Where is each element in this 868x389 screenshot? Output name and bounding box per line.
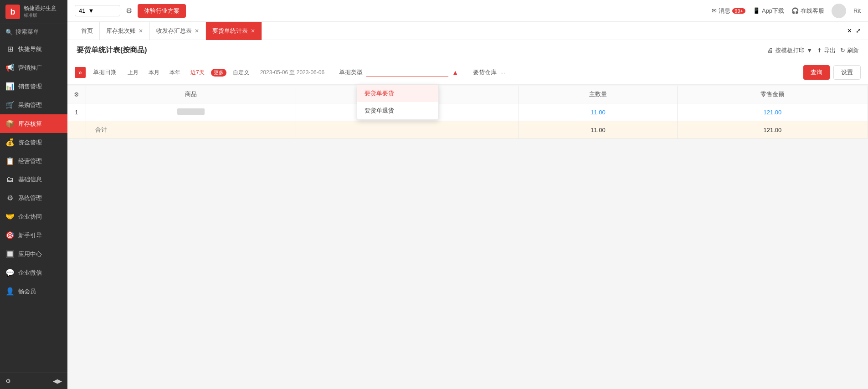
sidebar-item-label: 企业协同	[18, 213, 42, 221]
query-btn[interactable]: 查询	[803, 65, 830, 80]
col-quantity: 主数量	[519, 86, 678, 103]
type-dropdown: 要货单要货 要货单退货	[357, 84, 439, 120]
top-header: 41 ▼ ⚙ 体验行业方案 ✉ 消息 99+ 📱 App下载 🎧 在线客服 Ri…	[67, 0, 868, 22]
header-gear-icon[interactable]: ⚙	[126, 6, 132, 15]
row-num: 1	[67, 103, 86, 121]
total-label: 合计	[86, 121, 296, 139]
sidebar-item-app-center[interactable]: 🔲 应用中心	[0, 245, 67, 263]
tab-home[interactable]: 首页	[75, 22, 100, 40]
sidebar-item-label: 资金管理	[18, 138, 42, 147]
print-btn[interactable]: 🖨 按模板打印 ▼	[767, 46, 812, 55]
type-filter-group: 单据类型 ▲	[339, 68, 458, 77]
row-amount[interactable]: 121.00	[677, 103, 868, 121]
sidebar-item-quick-nav[interactable]: ⊞ 快捷导航	[0, 40, 67, 58]
filter-row: » 单据日期 上月 本月 本年 近7天 更多 自定义 2023-05-06 至 …	[67, 61, 868, 85]
user-name: Rit	[853, 7, 861, 14]
curr-year-btn[interactable]: 本年	[166, 68, 184, 77]
row-quantity[interactable]: 11.00	[519, 103, 678, 121]
tab-inventory-batch-close[interactable]: ✕	[139, 28, 143, 34]
app-icon: 📱	[753, 7, 760, 14]
tab-inventory-batch-label: 库存批次账	[106, 27, 136, 35]
tab-receivable-close[interactable]: ✕	[195, 28, 199, 34]
tab-inventory-batch[interactable]: 库存批次账 ✕	[100, 22, 150, 40]
tab-receivable-summary[interactable]: 收发存汇总表 ✕	[150, 22, 206, 40]
custom-date-btn[interactable]: 自定义	[229, 68, 253, 77]
refresh-label: 刷新	[847, 46, 859, 55]
sidebar-bottom: ⚙ ◀▶	[0, 373, 67, 389]
filter-buttons: 查询 设置	[803, 65, 861, 80]
app-download-btn[interactable]: 📱 App下载	[753, 7, 784, 15]
print-chevron-icon: ▼	[806, 47, 812, 54]
tabs-controls: ✕ ⤢	[847, 27, 861, 34]
trial-btn[interactable]: 体验行业方案	[138, 4, 186, 18]
sidebar-item-label: 营销推广	[18, 64, 42, 72]
sidebar-item-purchase[interactable]: 🛒 采购管理	[0, 96, 67, 114]
settings-bottom-icon[interactable]: ⚙	[5, 378, 11, 384]
print-icon: 🖨	[767, 47, 773, 54]
tab-requisition-stat[interactable]: 要货单统计表 ✕	[206, 22, 262, 40]
message-btn[interactable]: ✉ 消息 99+	[712, 7, 745, 15]
total-empty-2	[296, 121, 519, 139]
sales-icon: 📊	[5, 82, 15, 91]
date-filter-label: 单据日期	[93, 68, 117, 77]
sidebar-item-label: 经营管理	[18, 157, 42, 165]
sidebar-item-inventory[interactable]: 📦 库存核算	[0, 114, 67, 133]
total-empty-1	[67, 121, 86, 139]
more-date-badge[interactable]: 更多	[211, 69, 226, 77]
sidebar-item-system[interactable]: ⚙ 系统管理	[0, 189, 67, 207]
sidebar-item-operation[interactable]: 📋 经营管理	[0, 152, 67, 170]
sidebar-item-member[interactable]: 👤 畅会员	[0, 282, 67, 301]
filter-expand-btn[interactable]: »	[75, 67, 86, 78]
purchase-icon: 🛒	[5, 101, 15, 109]
last-7days-btn[interactable]: 近7天	[187, 68, 208, 77]
operation-icon: 📋	[5, 157, 15, 165]
setting-btn[interactable]: 设置	[833, 65, 861, 80]
tab-expand-icon[interactable]: ⤢	[856, 27, 861, 34]
selector-chevron-icon: ▼	[88, 7, 94, 14]
col-settings[interactable]: ⚙	[67, 86, 86, 103]
sidebar-item-guide[interactable]: 🎯 新手引导	[0, 226, 67, 245]
sidebar-item-basic[interactable]: 🗂 基础信息	[0, 170, 67, 189]
app-center-icon: 🔲	[5, 250, 15, 258]
total-amount: 121.00	[677, 121, 868, 139]
type-filter-input[interactable]	[366, 68, 448, 77]
sidebar-item-wechat[interactable]: 💬 企业微信	[0, 263, 67, 282]
sidebar-item-finance[interactable]: 💰 资金管理	[0, 133, 67, 152]
table-header-row: ⚙ 商品 主计量单位 主数量 零售金额	[67, 86, 868, 103]
tab-receivable-label: 收发存汇总表	[156, 27, 192, 35]
tab-requisition-close[interactable]: ✕	[251, 28, 255, 34]
tab-close-all-icon[interactable]: ✕	[847, 27, 852, 34]
marketing-icon: 📢	[5, 63, 15, 72]
online-service-btn[interactable]: 🎧 在线客服	[791, 7, 824, 15]
sidebar-item-marketing[interactable]: 📢 营销推广	[0, 58, 67, 77]
org-selector[interactable]: 41 ▼	[75, 5, 120, 16]
header-left: 41 ▼ ⚙ 体验行业方案	[75, 4, 186, 18]
refresh-btn[interactable]: ↻ 刷新	[840, 46, 859, 55]
wechat-icon: 💬	[5, 268, 15, 277]
page-title: 要货单统计表(按商品)	[77, 46, 147, 55]
content-area: 要货单统计表(按商品) 🖨 按模板打印 ▼ ⬆ 导出 ↻ 刷新 »	[67, 40, 868, 389]
row-product	[86, 103, 296, 121]
basic-icon: 🗂	[5, 175, 15, 184]
sidebar-search[interactable]: 🔍 搜索菜单	[0, 24, 67, 40]
dropdown-item-requisition-return[interactable]: 要货单退货	[357, 102, 438, 119]
prev-month-btn[interactable]: 上月	[124, 68, 142, 77]
export-btn[interactable]: ⬆ 导出	[817, 46, 836, 55]
col-product: 商品	[86, 86, 296, 103]
type-dropdown-arrow-icon[interactable]: ▲	[452, 69, 458, 76]
table-wrap: ⚙ 商品 主计量单位 主数量 零售金额 1 块 11.00	[67, 86, 868, 139]
user-avatar[interactable]	[832, 4, 846, 18]
finance-icon: 💰	[5, 138, 15, 147]
sidebar-item-sales[interactable]: 📊 销售管理	[0, 77, 67, 96]
sidebar-logo: b 畅捷通好生意 标准版	[0, 0, 67, 24]
date-range-display: 2023-05-06 至 2023-06-06	[260, 69, 324, 77]
date-quick-group: 上月 本月 本年 近7天 更多 自定义	[124, 68, 253, 77]
dropdown-item-requisition-order[interactable]: 要货单要货	[357, 85, 438, 102]
logo-title: 畅捷通好生意	[24, 5, 56, 12]
collapse-icon[interactable]: ◀▶	[53, 378, 62, 384]
logo-icon: b	[5, 5, 20, 19]
curr-month-btn[interactable]: 本月	[145, 68, 163, 77]
logo-sub: 标准版	[24, 12, 56, 19]
sidebar-item-enterprise[interactable]: 🤝 企业协同	[0, 207, 67, 226]
warehouse-dots-icon[interactable]: ···	[500, 69, 505, 76]
